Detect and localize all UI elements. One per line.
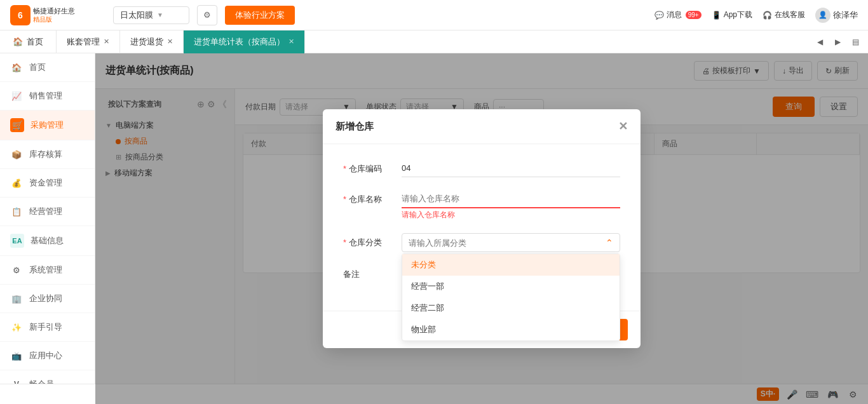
message-badge: 99+ — [686, 11, 702, 19]
tab-close-icon[interactable]: ✕ — [104, 37, 109, 46]
logo-icon: 6 — [10, 5, 31, 25]
sidebar-item-app-center[interactable]: 📺 应用中心 — [0, 342, 95, 370]
sidebar-item-enterprise[interactable]: 🏢 企业协同 — [0, 285, 95, 313]
sidebar-item-home[interactable]: 🏠 首页 — [0, 53, 95, 82]
warehouse-code-input[interactable] — [402, 159, 620, 177]
warehouse-name-input[interactable] — [402, 190, 620, 208]
modal-close-button[interactable]: ✕ — [618, 119, 628, 133]
sales-icon: 📈 — [10, 90, 23, 102]
tab-purchase-stats[interactable]: 进货单统计表（按商品） ✕ — [184, 30, 305, 53]
gear-icon: ⚙ — [203, 10, 211, 20]
app-download-button[interactable]: 📱 App下载 — [712, 10, 752, 20]
store-selector[interactable]: 日太阳膜 ▼ — [113, 6, 189, 24]
form-row-category: * 仓库分类 ⌃ 未分类 经营一部 经 — [343, 233, 620, 252]
top-header: 6 畅捷通好生意 精品版 日太阳膜 ▼ ⚙ 体验行业方案 💬 消息 99+ 📱 … — [0, 0, 868, 30]
enterprise-icon: 🏢 — [10, 292, 23, 305]
name-error-message: 请输入仓库名称 — [402, 210, 620, 220]
dropdown-item-dept2[interactable]: 经营二部 — [402, 297, 620, 319]
dropdown-item-uncategorized[interactable]: 未分类 — [402, 254, 620, 276]
app-center-icon: 📺 — [10, 349, 23, 362]
code-input-wrap — [402, 159, 620, 177]
content-area: 进货单统计(按商品) 🖨 按模板打印 ▼ ↓ 导出 ↻ 刷新 — [95, 53, 868, 404]
message-button[interactable]: 💬 消息 99+ — [654, 10, 702, 20]
sidebar-item-basic-info[interactable]: EA 基础信息 — [0, 226, 95, 256]
sidebar-item-system[interactable]: ⚙ 系统管理 — [0, 256, 95, 285]
dropdown-item-dept3[interactable]: 物业部 — [402, 319, 620, 340]
tab-purchase-return[interactable]: 进货退货 ✕ — [120, 30, 184, 53]
online-service-button[interactable]: 🎧 在线客服 — [763, 10, 805, 20]
sidebar-item-operations[interactable]: 📋 经营管理 — [0, 198, 95, 226]
settings-gear-button[interactable]: ⚙ — [197, 5, 217, 25]
guide-icon: ✨ — [10, 321, 23, 333]
name-input-wrap: 请输入仓库名称 — [402, 190, 620, 220]
main-layout: 🏠 首页 📈 销售管理 🛒 采购管理 📦 库存核算 💰 资金管理 📋 经营管理 … — [0, 53, 868, 404]
inventory-icon: 📦 — [10, 148, 23, 161]
user-profile-button[interactable]: 👤 徐泽华 — [815, 8, 858, 23]
finance-icon: 💰 — [10, 177, 23, 189]
message-icon: 💬 — [654, 11, 664, 20]
chevron-down-icon: ▼ — [157, 11, 163, 18]
header-right: 💬 消息 99+ 📱 App下载 🎧 在线客服 👤 徐泽华 — [654, 8, 858, 23]
logo-text: 畅捷通好生意 精品版 — [33, 6, 75, 24]
modal-overlay: 新增仓库 ✕ * 仓库编码 — [95, 53, 868, 404]
headset-icon: 🎧 — [763, 11, 772, 20]
tab-account-management[interactable]: 账套管理 ✕ — [57, 30, 120, 53]
tab-home[interactable]: 🏠 首页 — [0, 30, 57, 53]
name-label: * 仓库名称 — [343, 190, 394, 205]
dropdown-item-dept1[interactable]: 经营一部 — [402, 276, 620, 297]
purchase-icon: 🛒 — [10, 118, 24, 132]
form-row-name: * 仓库名称 请输入仓库名称 — [343, 190, 620, 220]
notes-label: 备注 — [343, 265, 394, 280]
avatar: 👤 — [815, 8, 831, 23]
chevron-up-icon: ⌃ — [606, 238, 613, 248]
basic-info-icon: EA — [10, 234, 24, 248]
code-label: * 仓库编码 — [343, 159, 394, 175]
tab-bar: 🏠 首页 账套管理 ✕ 进货退货 ✕ 进货单统计表（按商品） ✕ ◀ ▶ ▤ — [0, 30, 868, 53]
trial-industry-button[interactable]: 体验行业方案 — [225, 6, 295, 25]
add-warehouse-modal: 新增仓库 ✕ * 仓库编码 — [323, 109, 641, 348]
sidebar-item-purchase[interactable]: 🛒 采购管理 — [0, 111, 95, 140]
modal-body: * 仓库编码 * 仓库名称 — [323, 144, 641, 311]
system-icon: ⚙ — [10, 264, 23, 276]
modal-title: 新增仓库 — [336, 121, 374, 133]
tab-next-button[interactable]: ▶ — [830, 34, 845, 50]
tab-menu-button[interactable]: ▤ — [848, 34, 863, 50]
app-icon: 📱 — [712, 11, 721, 20]
tab-close-icon[interactable]: ✕ — [167, 37, 173, 46]
home-icon: 🏠 — [13, 37, 23, 46]
tab-close-icon[interactable]: ✕ — [288, 37, 294, 46]
sidebar: 🏠 首页 📈 销售管理 🛒 采购管理 📦 库存核算 💰 资金管理 📋 经营管理 … — [0, 53, 95, 404]
category-search-input[interactable] — [409, 238, 606, 248]
sidebar-item-finance[interactable]: 💰 资金管理 — [0, 169, 95, 198]
sidebar-item-sales[interactable]: 📈 销售管理 — [0, 82, 95, 111]
home-icon: 🏠 — [10, 61, 23, 74]
category-select[interactable]: ⌃ — [402, 233, 620, 252]
category-label: * 仓库分类 — [343, 233, 394, 248]
category-dropdown: 未分类 经营一部 经营二部 物业部 — [402, 253, 620, 341]
operations-icon: 📋 — [10, 205, 23, 218]
logo-area: 6 畅捷通好生意 精品版 — [10, 5, 105, 25]
tab-controls: ◀ ▶ ▤ — [807, 34, 868, 50]
tab-prev-button[interactable]: ◀ — [812, 34, 827, 50]
modal-header: 新增仓库 ✕ — [323, 109, 641, 144]
sidebar-item-guide[interactable]: ✨ 新手引导 — [0, 313, 95, 342]
form-row-code: * 仓库编码 — [343, 159, 620, 177]
sidebar-item-inventory[interactable]: 📦 库存核算 — [0, 140, 95, 169]
category-select-wrap: ⌃ 未分类 经营一部 经营二部 物业部 — [402, 233, 620, 252]
